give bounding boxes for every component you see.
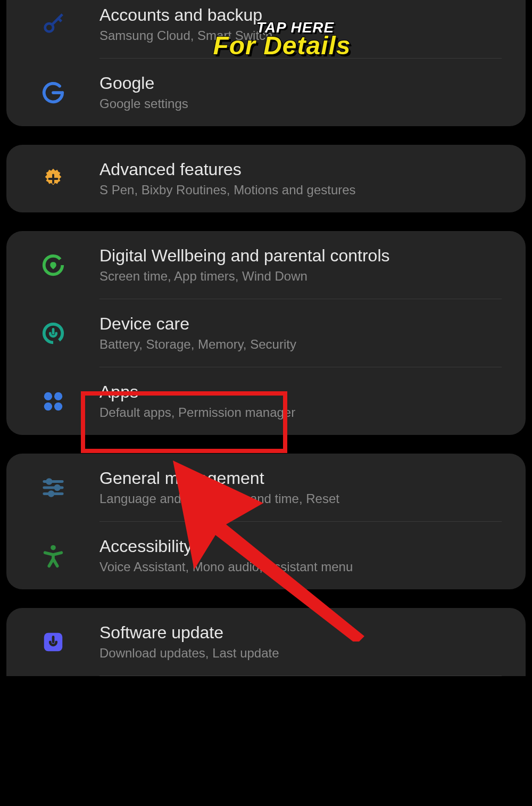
sliders-icon <box>41 475 65 500</box>
svg-point-3 <box>44 392 52 400</box>
device-care-icon <box>41 321 65 346</box>
settings-group-accounts: Accounts and backup Samsung Cloud, Smart… <box>6 0 526 126</box>
row-title: Accessibility <box>99 537 515 556</box>
svg-point-4 <box>54 392 62 400</box>
key-icon <box>41 12 65 37</box>
settings-row-device-care[interactable]: Device care Battery, Storage, Memory, Se… <box>6 299 526 367</box>
row-subtitle: Battery, Storage, Memory, Security <box>99 337 515 352</box>
row-title: Software update <box>99 623 515 643</box>
person-icon <box>41 544 65 568</box>
settings-group-updates: Software update Download updates, Last u… <box>6 608 526 676</box>
wellbeing-icon <box>41 253 65 277</box>
settings-row-accounts-backup[interactable]: Accounts and backup Samsung Cloud, Smart… <box>6 0 526 58</box>
settings-row-digital-wellbeing[interactable]: Digital Wellbeing and parental controls … <box>6 231 526 299</box>
row-subtitle: Samsung Cloud, Smart Switch <box>99 28 515 43</box>
row-subtitle: Screen time, App timers, Wind Down <box>99 269 515 284</box>
row-title: Digital Wellbeing and parental controls <box>99 246 515 266</box>
row-subtitle: Google settings <box>99 96 515 111</box>
svg-point-10 <box>51 545 56 550</box>
row-title: Google <box>99 73 515 93</box>
update-icon <box>41 630 65 654</box>
settings-row-apps[interactable]: Apps Default apps, Permission manager <box>6 367 526 435</box>
google-icon <box>41 80 65 105</box>
settings-group-device: Digital Wellbeing and parental controls … <box>6 231 526 435</box>
settings-row-advanced-features[interactable]: Advanced features S Pen, Bixby Routines,… <box>6 145 526 212</box>
row-title: General management <box>99 468 515 488</box>
svg-point-6 <box>54 402 62 410</box>
row-subtitle: Download updates, Last update <box>99 646 515 661</box>
plus-gear-icon <box>41 167 65 191</box>
settings-row-general-management[interactable]: General management Language and input, D… <box>6 454 526 521</box>
settings-group-system: General management Language and input, D… <box>6 454 526 589</box>
settings-row-accessibility[interactable]: Accessibility Voice Assistant, Mono audi… <box>6 522 526 589</box>
svg-point-7 <box>47 479 51 483</box>
settings-group-advanced: Advanced features S Pen, Bixby Routines,… <box>6 145 526 212</box>
apps-icon <box>41 389 65 414</box>
settings-row-google[interactable]: Google Google settings <box>6 59 526 126</box>
divider <box>99 676 502 676</box>
row-subtitle: Voice Assistant, Mono audio, Assistant m… <box>99 560 515 574</box>
row-subtitle: Default apps, Permission manager <box>99 405 515 420</box>
row-subtitle: S Pen, Bixby Routines, Motions and gestu… <box>99 183 515 198</box>
row-title: Accounts and backup <box>99 5 515 25</box>
row-subtitle: Language and input, Date and time, Reset <box>99 491 515 506</box>
svg-point-5 <box>44 402 52 410</box>
settings-row-software-update[interactable]: Software update Download updates, Last u… <box>6 608 526 676</box>
svg-point-8 <box>55 486 59 490</box>
row-title: Advanced features <box>99 160 515 179</box>
row-title: Device care <box>99 314 515 334</box>
row-title: Apps <box>99 382 515 402</box>
svg-point-9 <box>49 491 53 496</box>
